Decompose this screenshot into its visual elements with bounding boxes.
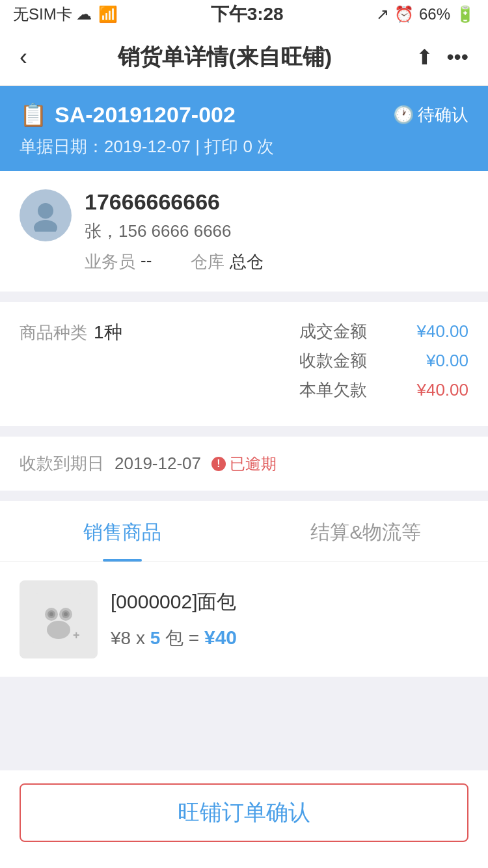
clock-icon: 🕐 (393, 105, 414, 125)
battery-icon: 🔋 (455, 5, 475, 23)
alarm-icon: ⏰ (394, 5, 414, 23)
tabs-section: 销售商品 结算&物流等 + [0000002]面包 (0, 501, 488, 677)
status-bar: 无SIM卡 ☁ 📶 下午3:28 ↗ ⏰ 66% 🔋 (0, 0, 488, 29)
svg-point-0 (38, 203, 53, 219)
amount-row: 成交金额 ¥40.00 (299, 320, 468, 343)
received-label: 收款金额 (299, 349, 367, 372)
status-left: 无SIM卡 ☁ 📶 (13, 4, 118, 25)
order-banner-top: 📋 SA-20191207-002 🕐 待确认 (20, 102, 468, 128)
tabs-header: 销售商品 结算&物流等 (0, 501, 488, 562)
back-button[interactable]: ‹ (20, 37, 34, 77)
owed-value: ¥40.00 (416, 380, 468, 400)
due-date-value: 2019-12-07 (115, 454, 201, 474)
nav-bar: ‹ 销货单详情(来自旺铺) ⬆ ••• (0, 29, 488, 86)
equals-sign: = (189, 628, 204, 648)
svg-point-1 (34, 220, 57, 232)
amount-value: ¥40.00 (416, 321, 468, 342)
salesperson-label: 业务员 (85, 251, 135, 273)
product-info: [0000002]面包 ¥8 x 5 包 = ¥40 (111, 589, 468, 651)
salesperson-item: 业务员 -- (85, 251, 152, 273)
location-icon: ↗ (376, 5, 389, 23)
owed-label: 本单欠款 (299, 379, 367, 401)
order-status: 🕐 待确认 (393, 103, 468, 126)
received-row: 收款金额 ¥0.00 (299, 349, 468, 372)
order-date: 单据日期：2019-12-07 | 打印 0 次 (20, 135, 468, 158)
salesperson-value: -- (141, 251, 152, 273)
product-type-item: 商品种类 1种 (20, 320, 299, 345)
product-item: + [0000002]面包 ¥8 x 5 包 = ¥40 (0, 562, 488, 677)
customer-info: 17666666666 张，156 6666 6666 业务员 -- 仓库 总仓 (85, 189, 468, 273)
warehouse-value: 总仓 (230, 251, 264, 273)
confirm-order-button[interactable]: 旺铺订单确认 (20, 783, 468, 842)
product-name: [0000002]面包 (111, 589, 468, 616)
customer-phone: 17666666666 (85, 189, 468, 215)
svg-text:+: + (73, 629, 80, 642)
product-type-value: 1种 (94, 320, 122, 345)
unit-price: ¥8 (111, 628, 131, 648)
order-banner: 📋 SA-20191207-002 🕐 待确认 单据日期：2019-12-07 … (0, 86, 488, 171)
order-number-text: SA-20191207-002 (55, 102, 236, 128)
total-price: ¥40 (204, 627, 237, 648)
avatar (20, 189, 72, 241)
more-icon[interactable]: ••• (446, 45, 468, 69)
customer-section: 17666666666 张，156 6666 6666 业务员 -- 仓库 总仓 (0, 171, 488, 292)
overdue-text: 已逾期 (230, 454, 277, 474)
page-title: 销货单详情(来自旺铺) (34, 42, 416, 72)
product-type-label: 商品种类 (20, 321, 87, 344)
overdue-dot-icon: ! (211, 457, 226, 471)
summary-section: 商品种类 1种 成交金额 ¥40.00 收款金额 ¥0.00 本单欠款 ¥40.… (0, 302, 488, 426)
multiply-sign: x (136, 628, 150, 648)
overdue-badge: ! 已逾期 (211, 454, 277, 474)
nav-right-actions: ⬆ ••• (416, 45, 468, 70)
share-icon[interactable]: ⬆ (416, 45, 433, 70)
svg-point-7 (49, 612, 53, 616)
product-image: + (20, 580, 98, 658)
warehouse-item: 仓库 总仓 (191, 251, 264, 273)
battery-text: 66% (419, 5, 450, 23)
svg-point-8 (64, 612, 68, 616)
no-sim-text: 无SIM卡 ☁ (13, 4, 92, 25)
quantity: 5 (150, 628, 161, 648)
due-label: 收款到期日 (20, 452, 104, 475)
received-value: ¥0.00 (426, 351, 468, 371)
wifi-icon: 📶 (98, 5, 118, 23)
bottom-bar: 旺铺订单确认 (0, 770, 488, 868)
summary-left: 商品种类 1种 (20, 320, 299, 345)
customer-meta: 业务员 -- 仓库 总仓 (85, 251, 468, 273)
order-number: 📋 SA-20191207-002 (20, 102, 236, 128)
owed-row: 本单欠款 ¥40.00 (299, 379, 468, 401)
summary-right: 成交金额 ¥40.00 收款金额 ¥0.00 本单欠款 ¥40.00 (299, 320, 468, 408)
warehouse-label: 仓库 (191, 251, 224, 273)
status-time: 下午3:28 (211, 2, 284, 27)
amount-label: 成交金额 (299, 320, 367, 343)
product-price: ¥8 x 5 包 = ¥40 (111, 626, 468, 651)
order-icon: 📋 (20, 102, 47, 128)
tab-settlement[interactable]: 结算&物流等 (244, 501, 488, 562)
customer-name: 张，156 6666 6666 (85, 220, 468, 243)
status-right: ↗ ⏰ 66% 🔋 (376, 5, 475, 23)
unit-text: 包 (165, 628, 183, 648)
due-section: 收款到期日 2019-12-07 ! 已逾期 (0, 437, 488, 491)
tab-products[interactable]: 销售商品 (0, 501, 244, 562)
order-status-text: 待确认 (418, 103, 468, 126)
svg-point-9 (47, 621, 70, 639)
